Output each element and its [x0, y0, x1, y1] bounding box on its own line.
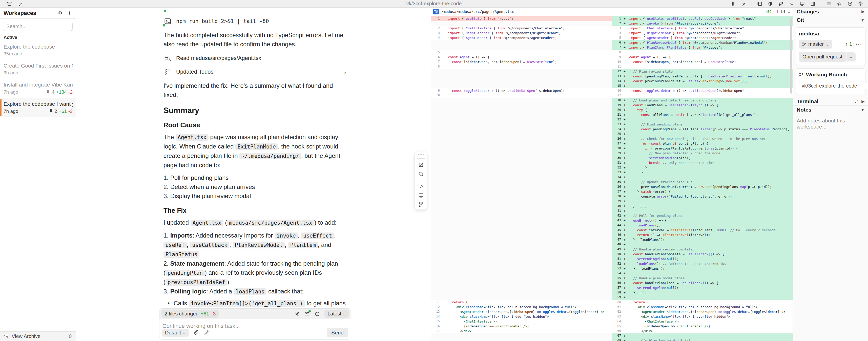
model-select[interactable]: Default ⌄ [162, 329, 189, 337]
workspace-item[interactable]: Install and integrate Vibe Kanban Web C7… [0, 79, 76, 98]
diff-line: 16 {sidebarOpen && <RightSidebar />} [431, 324, 612, 329]
view-archive-button[interactable]: View Archive 0 [0, 331, 76, 341]
megaphone-icon[interactable] [837, 1, 842, 7]
conversation-scroll-area[interactable]: npm run build 2>&1 | tail -80The build c… [160, 8, 351, 308]
diff-row: 53+ }, [loadPlans]); [431, 266, 793, 271]
diff-filler [431, 271, 612, 276]
diff-line: 49+ // Handle plan review completion [612, 247, 793, 252]
plus-icon[interactable] [67, 10, 72, 16]
pen-icon[interactable] [204, 330, 210, 336]
titlebar-left-icons [7, 0, 23, 8]
diff-line: 51+ setPendingPlan(null); [612, 256, 793, 261]
tool-call-row[interactable]: Read medusa/src/pages/Agent.tsx [163, 54, 347, 62]
lines-removed: -3 [211, 311, 216, 317]
git-section-header[interactable]: Git ▼ [793, 16, 868, 24]
diff-header[interactable]: TS /medusa/medusa/src/pages/Agent.tsx +5… [431, 8, 793, 16]
diff-row: 68+ {/* Plan Review Modal */} [431, 338, 793, 341]
diff-filler [431, 281, 612, 285]
layers-icon[interactable] [57, 10, 63, 16]
diff-added-count: +59 [765, 10, 771, 14]
git-graph-icon[interactable] [418, 202, 424, 208]
diff-row: 14 <div className="flex flex-1 overflow-… [431, 314, 793, 319]
tool-call-label: npm run build 2>&1 | tail -80 [176, 18, 269, 24]
diff-row: 16 {sidebarOpen && <RightSidebar />}65 {… [431, 324, 793, 329]
assistant-paragraph: I've implemented the fix. Here's a summa… [163, 81, 347, 99]
diff-line: 48+ [612, 242, 793, 247]
collapse-diff-icon[interactable]: ⌄ [788, 10, 790, 14]
diff-filler [431, 223, 612, 228]
contrast-icon[interactable] [768, 1, 773, 7]
panel-left-icon[interactable] [757, 1, 763, 7]
composer-status-bar: 2 files changed +61 -3 Latest ⌄ [159, 309, 351, 319]
diff-line: 1+import { useState, useEffect, useRef, … [612, 16, 793, 21]
pr-options-button[interactable]: ⌄ [846, 52, 856, 61]
branch-select[interactable]: master ⌄ [799, 40, 832, 49]
more-options-button[interactable]: ··· [856, 41, 862, 47]
sign-out-icon[interactable] [18, 1, 23, 7]
tool-call-row[interactable]: npm run build 2>&1 | tail -80 [163, 17, 347, 26]
diff-line: 4import { RightSidebar } from "@/compone… [612, 31, 793, 35]
settings-icon[interactable] [858, 1, 863, 7]
status-dot [308, 310, 311, 312]
diff-line: 33+ } [612, 170, 793, 175]
paperclip-icon[interactable] [193, 330, 199, 336]
copy-icon[interactable] [418, 171, 424, 177]
floating-toolbar [414, 152, 427, 210]
diff-row: 6+import { PlanReviewModal } from "@/com… [431, 40, 793, 45]
diff-line: 35+ // Update tracked plan IDs [612, 180, 793, 184]
history-select[interactable]: Latest ⌄ [324, 310, 349, 318]
diff-filler [431, 242, 612, 247]
changes-section-header[interactable]: Changes ▶ [793, 8, 868, 16]
help-icon[interactable] [847, 1, 853, 7]
pause-icon[interactable] [730, 1, 736, 7]
git-branch-icon[interactable] [778, 1, 784, 7]
diff-line: 6+import { PlanReviewModal } from "@/com… [612, 40, 793, 45]
diff-filler [431, 69, 612, 74]
diff-row: 3import { RightSidebar } from "@/compone… [431, 31, 793, 35]
diff-view-icon[interactable] [418, 162, 424, 168]
workspace-item[interactable]: Create Good First Issues on Github So p6… [0, 60, 76, 79]
send-button[interactable]: Send [327, 328, 348, 337]
monitor-icon[interactable] [418, 192, 424, 198]
diff-line: 60 return ( [612, 300, 793, 305]
working-branch-input[interactable] [802, 83, 868, 89]
diff-row: 7+import { PlanItem, PlanStatus } from "… [431, 45, 793, 50]
diff-line: 37+ } catch (error) { [612, 189, 793, 194]
diff-row: 38+ console.error('Failed to load plans:… [431, 194, 793, 199]
terminal-section-header[interactable]: Terminal ▶ [793, 97, 868, 106]
menu-icon[interactable] [826, 1, 832, 7]
expand-icon[interactable] [854, 98, 858, 104]
workspace-item[interactable]: Explore the codebase35m ago [0, 41, 76, 60]
panel-right-icon[interactable] [810, 1, 816, 7]
diff-filler [431, 107, 612, 112]
collapse-up-icon[interactable] [741, 1, 747, 7]
assistant-paragraph: The build completed successfully with no… [163, 31, 347, 49]
split-view-icon[interactable] [781, 9, 785, 14]
notes-section-header[interactable]: Notes ▼ [793, 106, 868, 114]
diff-file-path: /medusa/medusa/src/pages/Agent.tsx [441, 10, 514, 14]
archive-icon[interactable] [7, 1, 12, 7]
terminal-icon[interactable] [789, 1, 794, 7]
notes-placeholder[interactable]: Add notes about this workspace... [793, 114, 868, 133]
spinner-icon[interactable] [314, 311, 320, 317]
play-icon[interactable] [418, 183, 424, 189]
diff-line: 52+ loadPlans(); // Refresh to update tr… [612, 261, 793, 266]
archive-count: 0 [69, 333, 72, 339]
chevron-down-icon[interactable]: ⌄ [343, 68, 347, 75]
open-pull-request-button[interactable]: Open pull request [799, 52, 846, 62]
spark-icon[interactable] [294, 311, 300, 317]
inline-code: invoke [275, 232, 298, 239]
drag-handle-icon[interactable] [418, 154, 424, 155]
diff-line: 65 {sidebarOpen && <RightSidebar />} [612, 324, 793, 329]
diff-filler [431, 261, 612, 266]
diff-scrollbar[interactable] [790, 18, 792, 94]
workspace-item[interactable]: Explore the codebase I want you to exp7h… [0, 98, 76, 117]
diff-row: 14+ const previousPlanIdsRef = useRef<Se… [431, 79, 793, 84]
search-input[interactable] [3, 22, 73, 31]
diff-filler [431, 117, 612, 122]
monitor-icon[interactable] [799, 1, 805, 7]
files-changed-chip[interactable]: 2 files changed +61 -3 [161, 310, 219, 318]
inline-code: medusa/src/pages/Agent.tsx [227, 220, 314, 226]
tool-call-row[interactable]: Updated Todos⌄ [163, 67, 347, 76]
checklist-icon[interactable] [304, 311, 310, 317]
